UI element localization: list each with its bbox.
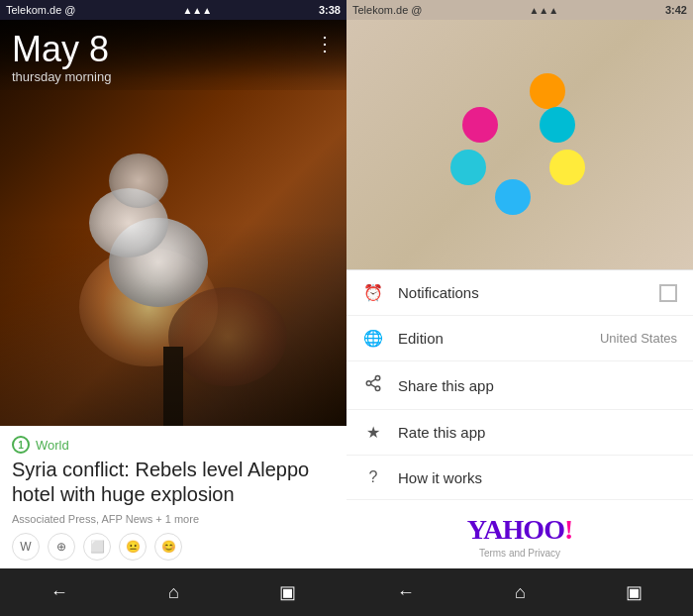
signal-icon-right: ▲▲▲ — [529, 5, 558, 16]
time-right: 3:42 — [665, 4, 687, 16]
menu-item-edition[interactable]: 🌐 Edition United States — [346, 316, 693, 361]
menu-dots-button[interactable]: ⋮ — [315, 32, 335, 55]
recents-button-right[interactable]: ▣ — [618, 573, 650, 611]
right-panel: Telekom.de @ ▲▲▲ 3:42 ⏰ Notifications 🌐 … — [346, 0, 693, 616]
svg-point-2 — [375, 386, 380, 391]
icon-btn-neutral[interactable]: 😐 — [119, 533, 147, 561]
yellow-dot — [549, 150, 585, 185]
yahoo-exclaim: ! — [564, 514, 572, 545]
edition-label: Edition — [398, 330, 600, 347]
notifications-label: Notifications — [398, 284, 659, 301]
news-content: 1 World Syria conflict: Rebels level Ale… — [0, 426, 346, 568]
news-source: Associated Press, AFP News + 1 more — [12, 513, 335, 525]
rate-label: Rate this app — [398, 424, 677, 441]
bottom-nav-right: ← ⌂ ▣ — [346, 568, 693, 616]
yahoo-terms[interactable]: Terms and Privacy — [479, 548, 560, 559]
category-label: World — [36, 438, 69, 453]
carrier-right: Telekom.de @ — [352, 4, 422, 16]
menu-item-notifications[interactable]: ⏰ Notifications — [346, 270, 693, 316]
carrier-left: Telekom.de @ — [6, 4, 75, 16]
share-icon — [362, 374, 384, 396]
news-headline: Syria conflict: Rebels level Aleppo hote… — [12, 458, 335, 507]
svg-line-4 — [370, 379, 375, 382]
dots-circle — [441, 65, 599, 224]
bottom-nav-left: ← ⌂ ▣ — [0, 568, 346, 616]
recents-button-left[interactable]: ▣ — [271, 573, 304, 611]
yahoo-text: YAHOO — [467, 514, 564, 545]
back-button-left[interactable]: ← — [43, 574, 76, 611]
menu-item-rate[interactable]: ★ Rate this app — [346, 410, 693, 456]
orange-dot — [530, 73, 565, 109]
teal-dot-2 — [450, 150, 486, 185]
back-button-right[interactable]: ← — [389, 574, 423, 611]
status-bar-right: Telekom.de @ ▲▲▲ 3:42 — [346, 0, 693, 20]
share-label: Share this app — [398, 377, 677, 394]
menu-item-share[interactable]: Share this app — [346, 361, 693, 410]
category-badge: 1 — [12, 436, 30, 454]
alarm-icon: ⏰ — [362, 283, 384, 302]
icon-btn-smile[interactable]: 😊 — [154, 533, 182, 561]
svg-point-0 — [375, 376, 380, 381]
yahoo-footer: YAHOO! Terms and Privacy — [346, 500, 693, 568]
news-icons-row: W ⊕ ⬜ 😐 😊 — [12, 533, 335, 561]
home-button-left[interactable]: ⌂ — [160, 574, 187, 611]
news-date: May 8 — [12, 30, 335, 69]
status-bar-left: Telekom.de @ ▲▲▲ 3:38 — [0, 0, 346, 20]
home-button-right[interactable]: ⌂ — [507, 574, 534, 611]
left-panel: Telekom.de @ ▲▲▲ 3:38 May 8 thursday mor… — [0, 0, 346, 616]
edition-value: United States — [600, 331, 677, 346]
blue-dot — [495, 179, 531, 215]
news-header: May 8 thursday morning ⋮ — [0, 20, 346, 90]
menu-item-how[interactable]: ? How it works — [346, 456, 693, 500]
svg-point-1 — [366, 381, 371, 386]
star-icon: ★ — [362, 423, 384, 442]
signal-icon-left: ▲▲▲ — [182, 5, 212, 16]
menu-list: ⏰ Notifications 🌐 Edition United States … — [346, 269, 693, 500]
how-label: How it works — [398, 469, 677, 486]
yahoo-logo-area — [346, 20, 693, 269]
hero-image: May 8 thursday morning ⋮ — [0, 20, 346, 426]
help-icon: ? — [362, 468, 384, 486]
pink-dot — [462, 107, 498, 143]
notifications-checkbox[interactable] — [659, 284, 677, 302]
svg-line-3 — [370, 384, 375, 387]
category-row: 1 World — [12, 436, 335, 454]
icon-btn-location[interactable]: ⊕ — [48, 533, 75, 561]
news-day: thursday morning — [12, 69, 335, 84]
icon-btn-image[interactable]: ⬜ — [83, 533, 111, 561]
time-left: 3:38 — [319, 4, 341, 16]
globe-icon: 🌐 — [362, 329, 384, 348]
yahoo-brand: YAHOO! — [467, 514, 573, 546]
icon-btn-w[interactable]: W — [12, 533, 40, 561]
teal-dot-1 — [540, 107, 575, 143]
